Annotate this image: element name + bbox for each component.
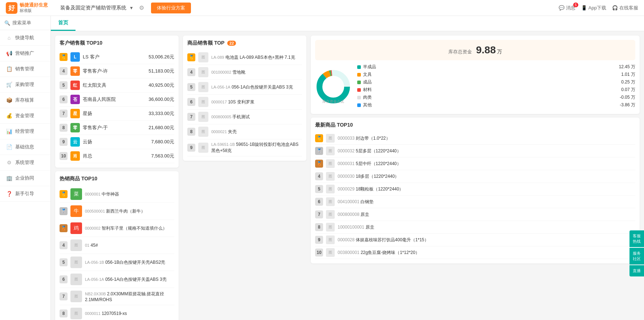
service-community-button[interactable]: 服务社区 — [629, 248, 644, 264]
column-left: 客户销售额 TOP10 🥇 L LS 客户 53,006.26元 4 零 零售客 — [55, 36, 179, 316]
new-product-item: 5 图 0000029 18颗粒板（1220*2440） — [315, 183, 635, 196]
app-download-button[interactable]: 📱 App下载 — [581, 5, 606, 11]
customer-name: 零售客户-于 — [83, 124, 146, 131]
column-mid: 商品销售额 TOP 22 🥇 图 LA-089 电池盖 LA-089 ABS本色… — [183, 36, 306, 316]
hp-rank: 6 — [60, 275, 68, 283]
new-product-item: 8 图 10000100001 原圭 — [315, 221, 635, 234]
system-dropdown-icon[interactable]: ▼ — [129, 5, 134, 11]
sidebar-item-quick-nav[interactable]: ⌂ 快捷导航 — [0, 30, 50, 46]
customer-value: 33,333.00元 — [148, 110, 174, 117]
product-info: LA-056-1A 056-1A白色按键开关盖ABS 3克 — [211, 84, 302, 90]
product-rank-badge: 22 — [227, 41, 236, 46]
hp-image: 图 — [70, 291, 82, 302]
avatar: 星 — [70, 109, 80, 118]
rank-number: 5 — [187, 83, 195, 91]
sales-icon: 📋 — [6, 66, 12, 72]
message-button[interactable]: 💬 消息 6 — [559, 5, 575, 11]
np-rank: 10 — [315, 249, 323, 257]
rank-number: 7 — [60, 110, 68, 118]
customer-value: 21,680.00元 — [148, 124, 174, 131]
legend-color — [357, 88, 361, 92]
new-product-item: 🥉 图 0000031 5层中纤（1220*2440） — [315, 157, 635, 170]
new-product-item: 🥇 图 0000033 封边带（1.0*22） — [315, 132, 635, 145]
sidebar-item-finance[interactable]: 💰 资金管理 — [0, 108, 50, 124]
sidebar-item-sales[interactable]: 📋 销售管理 — [0, 61, 50, 77]
rank-item: 5 红 红太阳文具 40,925.00元 — [60, 78, 174, 93]
live-button[interactable]: 直播 — [629, 265, 644, 276]
sidebar: 🔍 搜索菜单 ⌂ 快捷导航 📢 营销推广 📋 销售管理 🛒 采购管理 📦 库存核… — [0, 16, 51, 320]
message-badge: 6 — [573, 3, 578, 7]
np-image: 图 — [326, 248, 335, 257]
customer-rank-card: 客户销售额 TOP10 🥇 L LS 客户 53,006.26元 4 零 零售客 — [55, 36, 179, 168]
customer-value: 7,563.00元 — [151, 153, 174, 159]
np-rank: 9 — [315, 236, 323, 244]
customer-value: 36,600.00元 — [148, 96, 174, 103]
rank-item: 7 星 星扬 33,333.00元 — [60, 107, 174, 121]
hp-image: 牛 — [70, 205, 82, 217]
topbar: 好 畅捷通好生意 标准版 装备及固定资产辅助管理系统 ▼ ⚙ 体验行业方案 💬 … — [0, 0, 644, 16]
sidebar-item-system[interactable]: ⚙ 系统管理 — [0, 155, 50, 171]
hp-rank: 4 — [60, 241, 68, 249]
legend-item: 文具 1.01 万 — [357, 71, 635, 78]
legend-item: 成品 0.25 万 — [357, 79, 635, 85]
sidebar-item-basic-info[interactable]: 📄 基础信息 — [0, 139, 50, 155]
hp-info: 000500001 新西兰牛肉（新牛） — [85, 208, 174, 214]
guide-icon: ❓ — [6, 190, 12, 197]
sidebar-item-stock[interactable]: 📦 库存核算 — [0, 93, 50, 108]
np-image: 图 — [326, 172, 335, 181]
rank-number: 🥇 — [187, 53, 195, 61]
logo-icon: 好 — [6, 2, 17, 14]
np-rank: 🥇 — [315, 134, 323, 142]
customer-value: 7,680.00元 — [151, 139, 174, 145]
new-product-item: 6 图 004100001 白钢垫 — [315, 196, 635, 208]
trial-button[interactable]: 体验行业方案 — [151, 3, 191, 13]
svg-point-5 — [324, 77, 343, 96]
enterprise-icon: 🏢 — [6, 175, 12, 181]
product-image: 图 — [198, 82, 208, 92]
hp-rank: 5 — [60, 258, 68, 266]
rank-item: 10 肖 肖总 7,563.00元 — [60, 149, 174, 163]
stock-card: 库存总资金 9.88 万 — [311, 36, 640, 114]
rank-number: 4 — [60, 67, 68, 75]
service-hotline-button[interactable]: 客服热线 — [629, 230, 644, 247]
np-image: 图 — [326, 159, 335, 168]
product-image: 图 — [198, 97, 208, 107]
avatar: L — [70, 52, 80, 62]
product-rank-item: 5 图 LA-056-1A 056-1A白色按键开关盖ABS 3克 — [187, 80, 302, 95]
avatar: 零 — [70, 123, 80, 132]
gear-icon[interactable]: ⚙ — [136, 3, 147, 13]
sidebar-item-marketing[interactable]: 📢 营销推广 — [0, 46, 50, 61]
product-rank-item: 7 图 000800005 手机测试 — [187, 110, 302, 124]
tab-home[interactable]: 首页 — [51, 16, 76, 31]
rank-number: 9 — [60, 138, 68, 146]
np-rank: 🥈 — [315, 147, 323, 155]
main-layout: 🔍 搜索菜单 ⌂ 快捷导航 📢 营销推广 📋 销售管理 🛒 采购管理 📦 库存核… — [0, 16, 644, 320]
search-menu[interactable]: 🔍 搜索菜单 — [0, 16, 50, 30]
rank-number: 10 — [60, 152, 68, 160]
np-image: 图 — [326, 147, 335, 155]
page-content: 客户销售额 TOP10 🥇 L LS 客户 53,006.26元 4 零 零售客 — [51, 31, 644, 320]
new-product-item: 🥈 图 0000032 5层多层（1220*2440） — [315, 145, 635, 157]
sidebar-item-operation[interactable]: 📊 经营管理 — [0, 124, 50, 139]
rank-number: 8 — [60, 124, 68, 132]
hp-rank: 7 — [60, 292, 68, 300]
np-info: 0000030 18多层（1220*2440） — [338, 173, 635, 180]
product-image: 图 — [198, 67, 208, 77]
headset-icon: 🎧 — [612, 5, 618, 11]
np-rank: 7 — [315, 210, 323, 218]
sidebar-item-guide[interactable]: ❓ 新手引导 — [0, 186, 50, 202]
info-icon: 📄 — [6, 144, 12, 150]
sidebar-item-enterprise[interactable]: 🏢 企业协同 — [0, 171, 50, 186]
product-image: 图 — [198, 127, 208, 137]
np-info: 003800001 22g鱼豆腐-烧烤味（1*12*20） — [338, 250, 635, 256]
purchase-icon: 🛒 — [6, 81, 12, 88]
customer-rank-title: 客户销售额 TOP10 — [60, 40, 174, 46]
np-info: 0000029 18颗粒板（1220*2440） — [338, 186, 635, 192]
np-info: 0000028 体娱嘉枝味苏打饮品400毫升（1*15） — [338, 237, 635, 243]
service-button[interactable]: 🎧 在线客服 — [612, 5, 638, 11]
logo: 好 畅捷通好生意 标准版 — [6, 2, 57, 14]
sidebar-item-purchase[interactable]: 🛒 采购管理 — [0, 77, 50, 93]
hp-info: NB2.0X30B 2.0X30MM双搓花轴.搓花直径2.1MM/ROHS — [85, 291, 174, 302]
hp-info: 01 45# — [85, 243, 174, 248]
system-selector[interactable]: 装备及固定资产辅助管理系统 ▼ ⚙ 体验行业方案 — [57, 3, 559, 13]
